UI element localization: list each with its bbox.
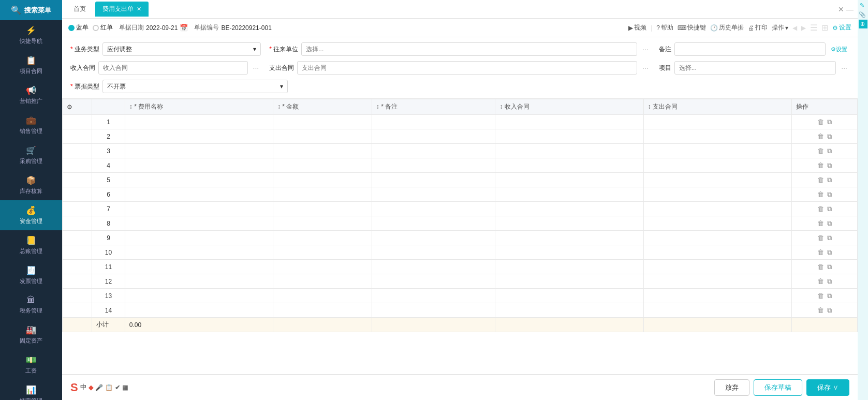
- row-expense-6[interactable]: [643, 187, 791, 202]
- row-note-11[interactable]: [372, 260, 495, 274]
- history-btn[interactable]: 🕐 历史单据: [710, 23, 744, 32]
- row-note-2[interactable]: [372, 129, 495, 144]
- tab-expense-sheet[interactable]: 费用支出单 ✕: [95, 2, 149, 17]
- tab-close-icon[interactable]: ✕: [137, 6, 141, 12]
- save-draft-button[interactable]: 保存草稿: [754, 379, 802, 396]
- row-delete-6[interactable]: 🗑: [817, 190, 824, 198]
- sidebar-item-tax-mgmt[interactable]: 🏛税务管理: [0, 290, 62, 320]
- income-contract-dots[interactable]: ···: [251, 64, 261, 72]
- row-note-6[interactable]: [372, 187, 495, 202]
- tab-home[interactable]: 首页: [66, 2, 93, 17]
- row-amount-10[interactable]: [273, 245, 372, 260]
- row-expense-9[interactable]: [643, 231, 791, 245]
- row-note-13[interactable]: [372, 289, 495, 303]
- sidebar-item-ledger-mgmt[interactable]: 📒总账管理: [0, 230, 62, 260]
- row-amount-12[interactable]: [273, 274, 372, 289]
- expense-contract-input[interactable]: [297, 61, 637, 75]
- sidebar-item-project-contract[interactable]: 📋项目合同: [0, 50, 62, 80]
- partner-dots-btn[interactable]: ···: [640, 45, 651, 53]
- side-tool-3[interactable]: ⊕: [859, 20, 867, 28]
- radio-red[interactable]: 红单: [93, 23, 113, 32]
- calendar-icon[interactable]: 📅: [180, 24, 188, 32]
- row-amount-5[interactable]: [273, 173, 372, 187]
- row-expense-2[interactable]: [643, 129, 791, 144]
- row-amount-8[interactable]: [273, 216, 372, 231]
- row-note-1[interactable]: [372, 115, 495, 129]
- row-copy-4[interactable]: ⧉: [827, 161, 832, 170]
- row-expense-4[interactable]: [643, 158, 791, 173]
- date-value[interactable]: 2022-09-21: [146, 24, 178, 32]
- discard-button[interactable]: 放弃: [714, 379, 749, 396]
- row-income-9[interactable]: [495, 231, 643, 245]
- row-name-7[interactable]: [125, 202, 273, 216]
- row-note-9[interactable]: [372, 231, 495, 245]
- row-copy-3[interactable]: ⧉: [827, 147, 832, 155]
- project-dots[interactable]: ···: [839, 64, 849, 72]
- row-income-13[interactable]: [495, 289, 643, 303]
- row-expense-12[interactable]: [643, 274, 791, 289]
- row-income-4[interactable]: [495, 158, 643, 173]
- row-name-10[interactable]: [125, 245, 273, 260]
- video-btn[interactable]: ▶ 视频: [628, 23, 646, 32]
- row-name-9[interactable]: [125, 231, 273, 245]
- row-delete-9[interactable]: 🗑: [817, 234, 824, 242]
- col-header-expense[interactable]: ↕ 支出合同: [643, 99, 791, 115]
- sidebar-item-marketing[interactable]: 📢营销推广: [0, 80, 62, 110]
- sidebar-item-invoice-mgmt[interactable]: 🧾发票管理: [0, 260, 62, 290]
- row-copy-13[interactable]: ⧉: [827, 292, 832, 300]
- row-expense-8[interactable]: [643, 216, 791, 231]
- row-expense-11[interactable]: [643, 260, 791, 274]
- row-copy-8[interactable]: ⧉: [827, 219, 832, 228]
- row-note-12[interactable]: [372, 274, 495, 289]
- row-income-10[interactable]: [495, 245, 643, 260]
- row-name-12[interactable]: [125, 274, 273, 289]
- save-button[interactable]: 保存 ∨: [806, 379, 849, 396]
- row-amount-13[interactable]: [273, 289, 372, 303]
- col-header-amount[interactable]: ↕ * 金额: [273, 99, 372, 115]
- row-amount-6[interactable]: [273, 187, 372, 202]
- invoice-type-select[interactable]: 不开票 ▾: [102, 80, 288, 93]
- row-delete-13[interactable]: 🗑: [817, 292, 824, 300]
- number-value[interactable]: BE-20220921-001: [221, 24, 271, 32]
- row-copy-1[interactable]: ⧉: [827, 118, 832, 126]
- row-expense-10[interactable]: [643, 245, 791, 260]
- row-name-13[interactable]: [125, 289, 273, 303]
- row-note-4[interactable]: [372, 158, 495, 173]
- income-contract-input[interactable]: [98, 61, 248, 75]
- help-btn[interactable]: ? 帮助: [656, 23, 673, 32]
- sidebar-item-purchase-mgmt[interactable]: 🛒采购管理: [0, 140, 62, 170]
- row-copy-10[interactable]: ⧉: [827, 248, 832, 257]
- row-amount-4[interactable]: [273, 158, 372, 173]
- row-income-11[interactable]: [495, 260, 643, 274]
- print-btn[interactable]: 🖨 打印: [748, 23, 768, 32]
- row-amount-7[interactable]: [273, 202, 372, 216]
- row-amount-9[interactable]: [273, 231, 372, 245]
- row-name-2[interactable]: [125, 129, 273, 144]
- row-income-12[interactable]: [495, 274, 643, 289]
- row-delete-7[interactable]: 🗑: [817, 205, 824, 213]
- row-note-7[interactable]: [372, 202, 495, 216]
- row-copy-2[interactable]: ⧉: [827, 132, 832, 141]
- row-delete-3[interactable]: 🗑: [817, 147, 824, 155]
- col-header-gear[interactable]: ⚙: [63, 99, 92, 115]
- row-note-10[interactable]: [372, 245, 495, 260]
- row-amount-3[interactable]: [273, 144, 372, 158]
- row-name-8[interactable]: [125, 216, 273, 231]
- window-close-btn[interactable]: ✕: [838, 5, 844, 13]
- row-amount-14[interactable]: [273, 303, 372, 318]
- row-expense-5[interactable]: [643, 173, 791, 187]
- row-copy-14[interactable]: ⧉: [827, 306, 832, 315]
- operate-btn[interactable]: 操作 ▾: [772, 23, 788, 32]
- row-expense-14[interactable]: [643, 303, 791, 318]
- biz-type-select[interactable]: 应付调整 ▾: [102, 42, 261, 56]
- row-note-3[interactable]: [372, 144, 495, 158]
- window-minimize-btn[interactable]: —: [846, 5, 854, 13]
- row-copy-6[interactable]: ⧉: [827, 190, 832, 199]
- note-settings-btn[interactable]: ⚙设置: [829, 46, 849, 53]
- expense-contract-dots[interactable]: ···: [640, 64, 651, 72]
- col-header-income[interactable]: ↕ 收入合同: [495, 99, 643, 115]
- sidebar-item-operations-mgmt[interactable]: 📊经营管理: [0, 380, 62, 400]
- row-delete-2[interactable]: 🗑: [817, 132, 824, 140]
- row-delete-5[interactable]: 🗑: [817, 176, 824, 184]
- col-header-note[interactable]: ↕ * 备注: [372, 99, 495, 115]
